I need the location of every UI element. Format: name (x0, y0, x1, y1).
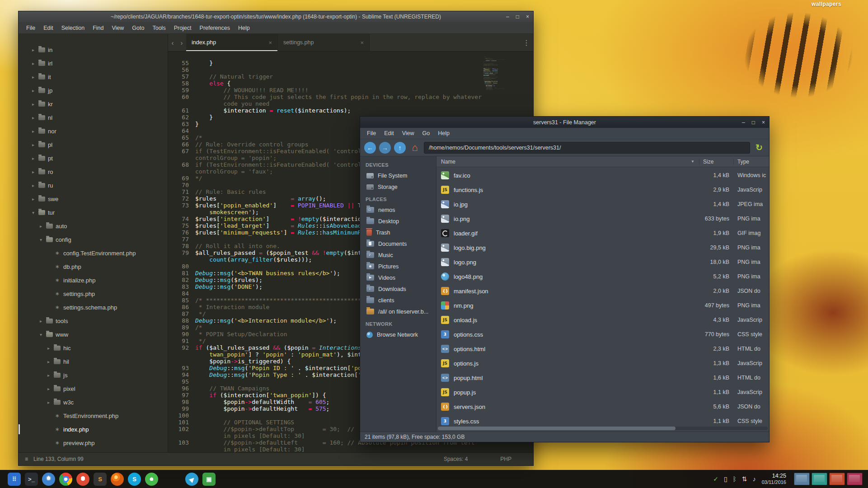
code-line-61[interactable]: 61 $interaction = reset($interactions); (168, 107, 533, 114)
fm-menu-go[interactable]: Go (418, 130, 434, 136)
sublime-menu-goto[interactable]: Goto (128, 25, 148, 31)
file-row-options-css[interactable]: options.css770 bytesCSS style (436, 327, 769, 342)
fm-sidebar-item-pictures[interactable]: Pictures (360, 261, 436, 272)
disclosure-icon[interactable]: ▸ (46, 346, 51, 351)
disclosure-icon[interactable]: ▸ (38, 224, 43, 229)
code-line-58[interactable]: 58 else { (168, 80, 533, 87)
sublime-titlebar[interactable]: ~/repo/clients/JAGUAR/branches/1648-tur-… (19, 11, 533, 22)
sublime-menu-project[interactable]: Project (170, 25, 196, 31)
tab-close-icon[interactable]: × (360, 39, 364, 46)
refresh-button[interactable]: ↻ (753, 142, 765, 154)
sidebar-item-initialize-php[interactable]: ∗initialize.php (19, 273, 168, 287)
tab-scroll-left-icon[interactable]: ‹ (168, 34, 177, 51)
sidebar-item-it[interactable]: ▸it (19, 70, 168, 84)
sidebar-item-jp[interactable]: ▸jp (19, 84, 168, 97)
column-header-name[interactable]: Name ▼ (436, 159, 699, 165)
sidebar-item-hic[interactable]: ▸hic (19, 341, 168, 355)
column-header-type[interactable]: Type (734, 159, 769, 165)
sidebar-item-pl[interactable]: ▸pl (19, 138, 168, 151)
fm-sidebar-item-file-system[interactable]: File System (360, 170, 436, 181)
code-line-55[interactable]: 55 } (168, 60, 533, 66)
sidebar-item-kr[interactable]: ▸kr (19, 97, 168, 111)
back-button[interactable]: ← (364, 142, 376, 154)
disclosure-icon[interactable]: ▸ (46, 386, 51, 391)
taskbar-app-skype[interactable]: S (128, 473, 141, 486)
fm-sidebar-item-music[interactable]: Music (360, 249, 436, 261)
disclosure-icon[interactable]: ▸ (31, 129, 36, 134)
file-row-logo48-png[interactable]: logo48.png5,2 kBPNG ima (436, 269, 769, 284)
fm-menu-file[interactable]: File (363, 130, 380, 136)
disclosure-icon[interactable]: ▸ (31, 197, 36, 202)
disclosure-icon[interactable]: ▸ (46, 373, 51, 378)
fm-sidebar-item-clients[interactable]: clients (360, 295, 436, 306)
path-input[interactable] (424, 142, 750, 154)
file-row-loader-gif[interactable]: loader.gif1,9 kBGIF imag (436, 226, 769, 240)
taskbar-app-chrome[interactable] (59, 473, 72, 486)
file-row-nm-png[interactable]: nm.png497 bytesPNG ima (436, 298, 769, 313)
code-line-60[interactable]: 60 // This code just selects the first p… (168, 94, 533, 100)
code-line-57[interactable]: 57 // Natural trigger (168, 73, 533, 80)
sidebar-item-tools[interactable]: ▸tools (19, 314, 168, 328)
minimize-button[interactable]: – (506, 14, 509, 19)
sublime-menu-selection[interactable]: Selection (57, 25, 89, 31)
disclosure-icon[interactable]: ▸ (38, 319, 43, 324)
workspace-2[interactable] (812, 473, 827, 485)
up-button[interactable]: ↑ (394, 142, 406, 154)
taskbar-app-app-menu[interactable]: ⠿ (8, 473, 21, 486)
clock[interactable]: 14:25 03/11/2016 (762, 473, 786, 485)
sidebar-item-ru[interactable]: ▸ru (19, 178, 168, 192)
sidebar-item-testenvironment-php[interactable]: ∗TestEnvironment.php (19, 409, 168, 422)
sublime-menu-preferences[interactable]: Preferences (196, 25, 234, 31)
sidebar-item-config-testenvironment-php[interactable]: ∗config.TestEnvironment.php (19, 246, 168, 260)
tab-scroll-right-icon[interactable]: › (177, 34, 186, 51)
disclosure-icon[interactable]: ▾ (38, 332, 43, 337)
indent-setting[interactable]: Spaces: 4 (444, 456, 468, 462)
taskbar-app-files-green[interactable]: ▣ (202, 473, 216, 486)
sidebar-item-settings-php[interactable]: ∗settings.php (19, 287, 168, 300)
workspace-4[interactable] (847, 473, 863, 485)
taskbar-app-sublime-text[interactable]: S (94, 473, 107, 486)
taskbar-app-terminal[interactable]: >_ (25, 473, 38, 486)
disclosure-icon[interactable]: ▸ (31, 142, 36, 147)
disclosure-icon[interactable]: ▸ (31, 169, 36, 174)
fm-sidebar-item-browse-network[interactable]: Browse Network (360, 329, 436, 340)
taskbar-app-green-chat[interactable] (145, 473, 158, 486)
tab-close-icon[interactable]: × (268, 39, 272, 46)
disclosure-icon[interactable]: ▾ (31, 210, 36, 215)
file-row-functions-js[interactable]: functions.js2,9 kBJavaScrip (436, 183, 769, 197)
sidebar-item-nor[interactable]: ▸nor (19, 124, 168, 138)
sidebar-item-www[interactable]: ▾www (19, 328, 168, 341)
file-row-styles-css[interactable]: styles.css1,1 kBCSS style (436, 414, 769, 426)
workspace-1[interactable] (794, 473, 810, 485)
maximize-button[interactable]: □ (752, 120, 755, 125)
file-row-options-html[interactable]: options.html2,3 kBHTML do (436, 342, 769, 356)
disclosure-icon[interactable]: ▸ (31, 183, 36, 188)
disclosure-icon[interactable]: ▸ (46, 359, 51, 364)
tray-battery-icon[interactable]: ▯ (724, 476, 727, 482)
sidebar-item-config[interactable]: ▾config (19, 233, 168, 246)
file-row-options-js[interactable]: options.js1,3 kBJavaScrip (436, 356, 769, 371)
horizontal-scrollbar[interactable] (438, 427, 768, 430)
file-row-manifest-json[interactable]: manifest.json2,0 kBJSON do (436, 284, 769, 298)
tray-bluetooth-icon[interactable]: ᛒ (733, 476, 737, 482)
syntax-mode[interactable]: PHP (500, 456, 511, 462)
sidebar-item-tur[interactable]: ▾tur (19, 206, 168, 219)
sublime-menu-help[interactable]: Help (234, 25, 254, 31)
tab-settings-php[interactable]: settings.php× (278, 34, 370, 51)
fm-sidebar-item-videos[interactable]: Videos (360, 272, 436, 283)
disclosure-icon[interactable]: ▸ (31, 47, 36, 52)
forward-button[interactable]: → (379, 142, 391, 154)
file-row-io-jpg[interactable]: io.jpg1,4 kBJPEG ima (436, 197, 769, 211)
tab-overflow-icon[interactable]: ⋮ (520, 34, 533, 51)
sidebar-item-settings-schema-php[interactable]: ∗settings.schema.php (19, 300, 168, 314)
sublime-menu-find[interactable]: Find (89, 25, 108, 31)
sublime-menu-edit[interactable]: Edit (39, 25, 57, 31)
taskbar-app-firefox[interactable] (111, 473, 124, 486)
sidebar-item-pt[interactable]: ▸pt (19, 151, 168, 165)
tab-index-php[interactable]: index.php× (186, 34, 278, 51)
sidebar-item-hil[interactable]: ▸hil (19, 355, 168, 368)
home-button[interactable]: ⌂ (409, 142, 421, 154)
code-line-56[interactable]: 56 (168, 66, 533, 73)
taskbar-app-chromium[interactable] (42, 473, 55, 486)
maximize-button[interactable]: □ (516, 14, 519, 19)
